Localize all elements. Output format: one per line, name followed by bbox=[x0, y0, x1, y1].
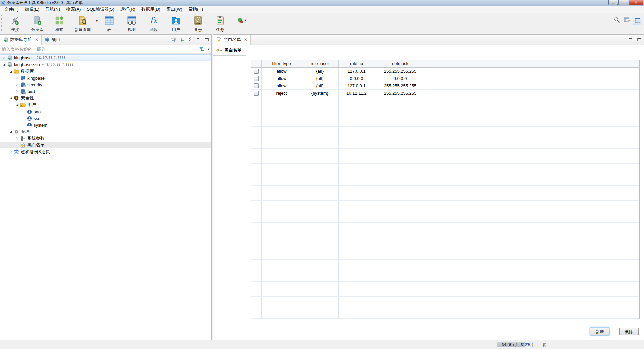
table-row[interactable]: reject {system} 10.12.11.2 255.255.255.2… bbox=[251, 90, 639, 97]
table-row-empty[interactable] bbox=[251, 97, 639, 104]
table-row-empty[interactable] bbox=[251, 141, 639, 149]
close-button[interactable]: ✕ bbox=[629, 0, 643, 5]
open-perspective-icon[interactable] bbox=[624, 17, 630, 23]
menu-item-search[interactable]: 搜索(A) bbox=[63, 6, 84, 13]
row-checkbox[interactable] bbox=[254, 69, 259, 74]
table-row-empty[interactable] bbox=[251, 112, 639, 119]
session-dropdown-icon[interactable]: ▼ bbox=[244, 19, 247, 22]
table-row-empty[interactable] bbox=[251, 289, 639, 297]
new-query-dropdown-icon[interactable]: ▼ bbox=[95, 19, 98, 23]
minimize-button[interactable]: ▁ bbox=[608, 0, 618, 5]
col-netmask[interactable]: netmask bbox=[375, 60, 426, 67]
menu-item-run[interactable]: 运行(R) bbox=[117, 6, 138, 13]
tree-item-system-params[interactable]: ▷ 系统参数 bbox=[0, 135, 211, 142]
table-row-empty[interactable] bbox=[251, 127, 639, 134]
table-row[interactable]: allow {all} 127.0.0.1 255.255.255.255 bbox=[251, 82, 639, 90]
toolbar-item-view[interactable]: 视图 bbox=[120, 14, 143, 33]
table-row-empty[interactable] bbox=[251, 156, 639, 164]
garbage-collect-icon[interactable] bbox=[542, 342, 547, 347]
table-row[interactable]: allow {all} 0.0.0.0 0.0.0.0 bbox=[251, 75, 639, 82]
table-row-empty[interactable] bbox=[251, 208, 639, 215]
table-row-empty[interactable] bbox=[251, 119, 639, 127]
link-with-editor-icon[interactable] bbox=[179, 37, 184, 42]
col-rule-user[interactable]: rule_user bbox=[301, 60, 339, 67]
toolbar-item-database[interactable]: 数据库 bbox=[26, 14, 48, 33]
table-row-empty[interactable] bbox=[251, 237, 639, 245]
section-item-blackwhite-list[interactable]: 黑白名单 bbox=[213, 45, 246, 56]
table-row-empty[interactable] bbox=[251, 104, 639, 112]
table-row-empty[interactable] bbox=[251, 274, 639, 282]
filter-dropdown-icon[interactable]: ▼ bbox=[206, 48, 211, 51]
table-row-empty[interactable] bbox=[251, 178, 639, 186]
expander-icon[interactable]: ◢ bbox=[15, 101, 20, 108]
toolbar-item-new-query[interactable]: 新建查询 bbox=[70, 14, 95, 33]
table-row[interactable]: allow {all} 127.0.0.1 255.255.255.255 bbox=[251, 68, 639, 75]
toolbar-item-backup[interactable]: 备份 bbox=[187, 14, 209, 33]
table-row-empty[interactable] bbox=[251, 171, 639, 178]
expander-icon[interactable]: ▷ bbox=[8, 148, 13, 155]
menu-item-edit[interactable]: 编辑(E) bbox=[22, 6, 42, 13]
expander-icon[interactable]: ◢ bbox=[8, 68, 13, 75]
editor-tab-blackwhite-list[interactable]: 黑白名单 ✕ bbox=[213, 35, 251, 45]
table-row-empty[interactable] bbox=[251, 134, 639, 141]
tree-item-db-kingbase[interactable]: ▷ kingbase bbox=[0, 75, 211, 81]
tree-item-logical-backup[interactable]: ▷ 逻辑备份&还原 bbox=[0, 148, 211, 155]
perspective-switch-button[interactable] bbox=[633, 16, 642, 25]
table-row-empty[interactable] bbox=[251, 267, 639, 274]
table-row-empty[interactable] bbox=[251, 193, 639, 201]
menu-item-navigate[interactable]: 导航(N) bbox=[42, 6, 63, 13]
maximize-button[interactable] bbox=[618, 0, 628, 5]
session-status-icon[interactable] bbox=[237, 17, 243, 24]
col-filter-type[interactable]: filter_type bbox=[262, 60, 301, 67]
minimize-panel-icon[interactable] bbox=[628, 37, 634, 42]
collapse-all-icon[interactable] bbox=[170, 37, 176, 42]
table-row-empty[interactable] bbox=[251, 311, 639, 319]
menu-item-window[interactable]: 窗口(W) bbox=[163, 6, 185, 13]
memory-gauge[interactable]: 341兆 ( 共 512兆 ) bbox=[497, 342, 538, 347]
tree-item-kingbase-sso[interactable]: ◢ kingbase-sso - 10.12.11.1:1111 bbox=[0, 61, 211, 68]
tab-close-icon[interactable]: ✕ bbox=[35, 37, 38, 42]
tree-item-user-sao[interactable]: sao bbox=[0, 108, 211, 115]
table-row-empty[interactable] bbox=[251, 304, 639, 311]
table-row-empty[interactable] bbox=[251, 252, 639, 260]
tree-item-user-sso[interactable]: sso bbox=[0, 115, 211, 122]
table-row-empty[interactable] bbox=[251, 245, 639, 252]
tree-item-security[interactable]: ◢ 安全性 bbox=[0, 95, 211, 101]
table-row-empty[interactable] bbox=[251, 201, 639, 208]
row-checkbox[interactable] bbox=[254, 83, 259, 88]
table-row-empty[interactable] bbox=[251, 230, 639, 237]
tree-item-blackwhite-list[interactable]: 黑白名单 bbox=[0, 142, 211, 148]
tree-filter-input[interactable] bbox=[0, 45, 197, 53]
expander-icon[interactable]: ◢ bbox=[2, 61, 7, 68]
table-row-empty[interactable] bbox=[251, 149, 639, 156]
row-checkbox[interactable] bbox=[254, 76, 259, 81]
tree-item-db-security[interactable]: ▷ security bbox=[0, 81, 211, 88]
table-row-empty[interactable] bbox=[251, 297, 639, 304]
menu-item-database[interactable]: 数据库(D) bbox=[138, 6, 163, 13]
filter-funnel-icon[interactable] bbox=[197, 47, 206, 52]
table-row-empty[interactable] bbox=[251, 215, 639, 223]
tab-database-navigator[interactable]: 数据库导航 ✕ bbox=[0, 35, 42, 45]
table-row-empty[interactable] bbox=[251, 260, 639, 267]
maximize-panel-icon[interactable] bbox=[204, 37, 209, 42]
expander-icon[interactable]: ▷ bbox=[15, 135, 20, 142]
col-rule-ip[interactable]: rule_ip bbox=[339, 60, 375, 67]
expander-icon[interactable]: ▷ bbox=[2, 54, 7, 61]
tab-project[interactable]: 项目 bbox=[42, 35, 63, 45]
table-row-empty[interactable] bbox=[251, 282, 639, 289]
expander-icon[interactable]: ▷ bbox=[15, 75, 20, 81]
expander-icon[interactable]: ▷ bbox=[15, 81, 20, 88]
menu-item-file[interactable]: 文件(F) bbox=[1, 6, 22, 13]
delete-button[interactable]: 删除 bbox=[619, 328, 639, 335]
tab-close-icon[interactable]: ✕ bbox=[244, 37, 247, 42]
tree-item-db-test[interactable]: ▷ test bbox=[0, 88, 211, 95]
expander-icon[interactable]: ▷ bbox=[15, 88, 20, 95]
tree-item-admin[interactable]: ◢ 管理 bbox=[0, 128, 211, 135]
tree-item-kingbase[interactable]: ▷ kingbase - 10.12.11.1:1111 bbox=[0, 54, 211, 61]
toolbar-item-schema[interactable]: 模式 bbox=[48, 14, 70, 33]
minimize-panel-icon[interactable] bbox=[196, 37, 201, 42]
expander-icon[interactable]: ◢ bbox=[8, 128, 13, 135]
toolbar-item-function[interactable]: fx 函数 bbox=[143, 14, 165, 33]
table-row-empty[interactable] bbox=[251, 223, 639, 230]
add-button[interactable]: 新增 bbox=[590, 328, 609, 335]
